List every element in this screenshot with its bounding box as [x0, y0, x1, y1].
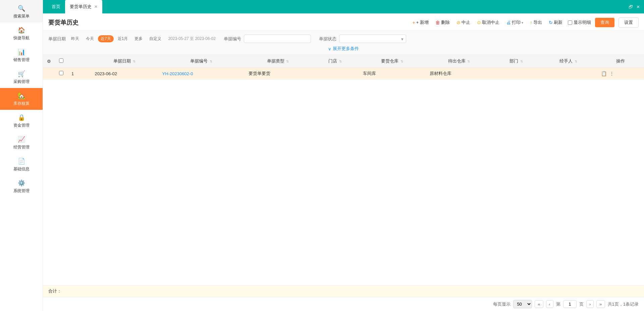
- col-department[interactable]: 部门 ⇅: [492, 55, 540, 68]
- date-option-last1month[interactable]: 近1月: [115, 35, 131, 42]
- filter-bar: 单据日期 昨天 今天 近7天 近1月 更多 自定义 2023-05-27 至 2…: [43, 31, 644, 55]
- tab-requisition-history[interactable]: 要货单历史 ✕: [65, 0, 102, 13]
- date-option-last7days[interactable]: 近7天: [98, 35, 114, 42]
- show-detail-checkbox[interactable]: 显示明细: [568, 19, 591, 26]
- page-size-select[interactable]: 50 100 200: [513, 300, 532, 308]
- date-option-yesterday[interactable]: 昨天: [68, 35, 82, 42]
- row-pending-warehouse: 原材料仓库: [426, 68, 492, 80]
- sidebar-item-operation[interactable]: 📈 经营管理: [0, 132, 43, 153]
- sidebar-item-label: 资金管理: [13, 123, 30, 128]
- sidebar-item-search[interactable]: 🔍 搜索菜单: [0, 0, 43, 23]
- filter-row-1: 单据日期 昨天 今天 近7天 近1月 更多 自定义 2023-05-27 至 2…: [48, 35, 639, 43]
- cancel-stop-button[interactable]: ⊙ 取消中止: [476, 19, 501, 26]
- sidebar-item-finance[interactable]: 🔒 资金管理: [0, 110, 43, 132]
- sidebar-item-sales[interactable]: 📊 销售管理: [0, 44, 43, 66]
- toolbar: + + 新增 🗑 删除 ⊘ 中止 ⊙ 取消中止 🖨 打印: [411, 17, 639, 28]
- expand-chevron-icon: ∨: [328, 46, 331, 51]
- expand-button[interactable]: ∨ 展开更多条件: [328, 46, 359, 52]
- tab-requisition-label: 要货单历史: [70, 4, 92, 10]
- new-button[interactable]: + + 新增: [411, 19, 430, 26]
- stop-label: 中止: [462, 19, 470, 26]
- col-store[interactable]: 门店 ⇅: [311, 55, 359, 68]
- status-select[interactable]: [339, 35, 406, 43]
- sidebar-item-purchase[interactable]: 🛒 采购管理: [0, 66, 43, 88]
- new-icon: +: [413, 20, 415, 25]
- search-icon: 🔍: [18, 5, 25, 12]
- per-page-label: 每页显示: [493, 301, 511, 307]
- date-option-custom[interactable]: 自定义: [147, 35, 164, 42]
- next-page-btn[interactable]: ›: [586, 300, 594, 308]
- date-range-text: 2023-05-27 至 2023-06-02: [168, 36, 215, 42]
- refresh-label: 刷新: [554, 19, 562, 26]
- dept-sort-icon: ⇅: [520, 59, 523, 63]
- topbar-restore-btn[interactable]: 🗗: [629, 4, 633, 9]
- row-checkbox[interactable]: [55, 68, 67, 80]
- sidebar-item-label: 库存核算: [13, 101, 30, 106]
- chart-icon: 📊: [18, 48, 25, 56]
- sidebar-item-shortcut[interactable]: 🏠 快捷导航: [0, 23, 43, 44]
- store-sort-icon: ⇅: [339, 59, 342, 63]
- col-req-warehouse[interactable]: 要货仓库 ⇅: [359, 55, 426, 68]
- row-more-icon[interactable]: ⋮: [609, 71, 614, 76]
- table-body: 1 2023-06-02 YH-20230602-0 要货单要货 车间库 原材料…: [43, 68, 644, 80]
- type-sort-icon: ⇅: [286, 59, 289, 63]
- doc-number-input[interactable]: [244, 35, 311, 43]
- last-page-btn[interactable]: »: [596, 300, 605, 308]
- row-store: [311, 68, 359, 80]
- date-option-today[interactable]: 今天: [83, 35, 97, 42]
- sidebar-item-inventory[interactable]: 🏡 库存核算: [0, 88, 43, 110]
- house-icon: 🏡: [18, 92, 25, 99]
- sidebar-item-label: 系统管理: [13, 188, 30, 194]
- requisition-table: ⚙ 单据日期 ⇅ 单据编号 ⇅: [43, 55, 644, 80]
- print-dropdown-icon[interactable]: ▾: [522, 21, 523, 25]
- cart-icon: 🛒: [18, 70, 25, 78]
- topbar-close-btn[interactable]: ✕: [636, 4, 640, 9]
- sidebar-item-label: 基础信息: [13, 166, 30, 172]
- doc-number-filter-group: 单据编号: [224, 35, 311, 43]
- print-button[interactable]: 🖨 打印 ▾: [505, 19, 525, 26]
- doc-icon: 📄: [18, 158, 25, 165]
- query-button[interactable]: 查询: [595, 18, 614, 27]
- sidebar-item-basic[interactable]: 📄 基础信息: [0, 153, 43, 175]
- req-warehouse-sort-icon: ⇅: [400, 59, 403, 63]
- page-label2: 页: [579, 301, 584, 307]
- col-type[interactable]: 单据类型 ⇅: [245, 55, 311, 68]
- first-page-btn[interactable]: «: [535, 300, 543, 308]
- date-filter-label: 单据日期: [48, 36, 66, 42]
- expand-label: 展开更多条件: [333, 46, 359, 52]
- status-select-wrapper: [339, 35, 406, 43]
- delete-button[interactable]: 🗑 删除: [434, 19, 451, 26]
- export-label: 导出: [533, 19, 542, 26]
- tab-close-icon[interactable]: ✕: [94, 4, 98, 9]
- col-action: 操作: [597, 55, 644, 68]
- tab-home[interactable]: 首页: [47, 0, 65, 13]
- col-number[interactable]: 单据编号 ⇅: [158, 55, 245, 68]
- sidebar-item-system[interactable]: ⚙️ 系统管理: [0, 175, 43, 197]
- footer-bar: 合计：: [43, 285, 644, 297]
- stop-icon: ⊘: [457, 20, 461, 25]
- date-options: 昨天 今天 近7天 近1月 更多 自定义: [68, 35, 164, 42]
- select-all-checkbox[interactable]: [59, 58, 63, 63]
- row-settings: [43, 68, 55, 80]
- export-button[interactable]: ↑ 导出: [529, 19, 543, 26]
- prev-page-btn[interactable]: ‹: [546, 300, 553, 308]
- row-number[interactable]: YH-20230602-0: [158, 68, 245, 80]
- status-filter-group: 单据状态: [319, 35, 406, 43]
- col-pending-warehouse[interactable]: 待出仓库 ⇅: [426, 55, 492, 68]
- date-sort-icon: ⇅: [133, 59, 136, 63]
- stop-button[interactable]: ⊘ 中止: [455, 19, 472, 26]
- refresh-button[interactable]: ↻ 刷新: [547, 19, 564, 26]
- page-title: 要货单历史: [48, 18, 411, 27]
- col-settings[interactable]: ⚙: [43, 55, 55, 68]
- page-input[interactable]: [563, 300, 577, 308]
- date-option-more[interactable]: 更多: [132, 35, 145, 42]
- filter-row-2: ∨ 展开更多条件: [48, 46, 639, 52]
- col-date[interactable]: 单据日期 ⇅: [91, 55, 158, 68]
- show-detail-input[interactable]: [568, 20, 572, 25]
- tab-home-label: 首页: [52, 4, 60, 10]
- settings-button[interactable]: 设置: [619, 17, 639, 28]
- row-edit-icon[interactable]: 📋: [601, 71, 607, 76]
- operation-icon: 📈: [18, 136, 25, 143]
- number-sort-icon: ⇅: [210, 59, 212, 63]
- col-handler[interactable]: 经手人 ⇅: [540, 55, 597, 68]
